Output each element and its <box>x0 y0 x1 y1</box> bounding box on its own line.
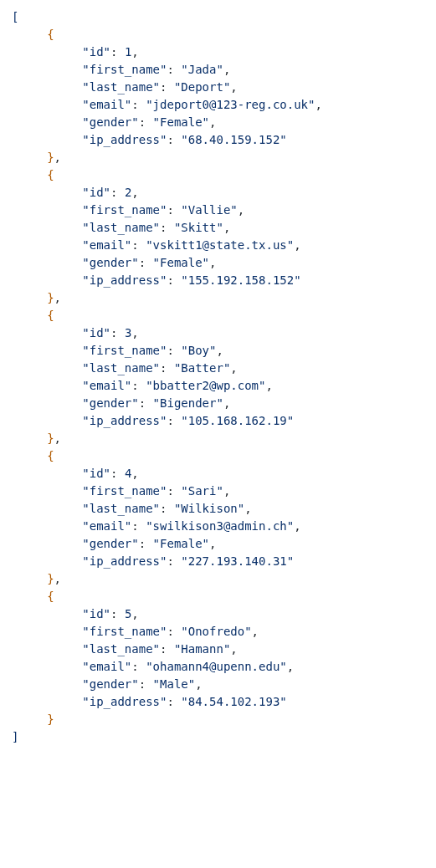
json-key-ip_address: "ip_address" <box>82 273 167 287</box>
json-value: "Boy" <box>181 344 216 357</box>
json-key-email: "email" <box>82 379 131 392</box>
object-close-brace: } <box>47 431 54 445</box>
json-key-id: "id" <box>82 467 110 480</box>
json-value: "Skitt" <box>174 221 223 234</box>
json-value: "ohamann4@upenn.edu" <box>146 660 287 673</box>
object-open-brace: { <box>47 168 54 181</box>
json-value: "Batter" <box>174 361 230 375</box>
object-close-brace: } <box>47 151 54 164</box>
json-key-last_name: "last_name" <box>82 642 160 656</box>
json-value: "Onofredo" <box>181 625 251 638</box>
json-code-block: [ { "id": 1, "first_name": "Jada", "last… <box>12 8 424 746</box>
json-value: "Female" <box>153 256 209 269</box>
json-key-last_name: "last_name" <box>82 502 160 515</box>
json-key-email: "email" <box>82 519 131 533</box>
object-open-brace: { <box>47 449 54 462</box>
json-value: "Female" <box>153 115 209 129</box>
json-value: "227.193.140.31" <box>181 554 294 568</box>
json-key-ip_address: "ip_address" <box>82 414 167 427</box>
json-key-ip_address: "ip_address" <box>82 695 167 708</box>
json-key-id: "id" <box>82 607 110 620</box>
json-key-last_name: "last_name" <box>82 221 160 234</box>
json-key-id: "id" <box>82 186 110 199</box>
json-value: "Jada" <box>181 63 223 76</box>
json-value: "105.168.162.19" <box>181 414 294 427</box>
json-key-gender: "gender" <box>82 396 138 410</box>
json-value: "84.54.102.193" <box>181 695 286 708</box>
json-key-first_name: "first_name" <box>82 63 167 76</box>
json-value: "Male" <box>153 677 196 691</box>
json-key-gender: "gender" <box>82 115 138 129</box>
json-key-email: "email" <box>82 238 131 252</box>
json-key-last_name: "last_name" <box>82 80 160 94</box>
json-value: "Female" <box>153 537 209 550</box>
json-key-ip_address: "ip_address" <box>82 554 167 568</box>
json-key-gender: "gender" <box>82 677 138 691</box>
json-value: "Sari" <box>181 484 223 498</box>
object-close-brace: } <box>47 712 54 726</box>
json-value: "jdeport0@123-reg.co.uk" <box>146 98 315 111</box>
array-close-bracket: ] <box>12 730 18 743</box>
json-key-id: "id" <box>82 326 110 340</box>
object-close-brace: } <box>47 291 54 304</box>
json-value: "Wilkison" <box>174 502 244 515</box>
json-key-gender: "gender" <box>82 256 138 269</box>
json-key-first_name: "first_name" <box>82 203 167 217</box>
json-value: "Bigender" <box>153 396 223 410</box>
json-value: "Vallie" <box>181 203 237 217</box>
array-open-bracket: [ <box>12 10 18 23</box>
json-key-email: "email" <box>82 660 131 673</box>
object-open-brace: { <box>47 28 54 41</box>
json-value: "Hamann" <box>174 642 230 656</box>
json-value: "155.192.158.152" <box>181 273 300 287</box>
json-value: "Deport" <box>174 80 230 94</box>
json-key-email: "email" <box>82 98 131 111</box>
json-key-first_name: "first_name" <box>82 484 167 498</box>
json-key-gender: "gender" <box>82 537 138 550</box>
json-value: "68.40.159.152" <box>181 133 286 146</box>
object-close-brace: } <box>47 572 54 585</box>
json-key-id: "id" <box>82 45 110 59</box>
json-value: "swilkison3@admin.ch" <box>146 519 294 533</box>
json-key-first_name: "first_name" <box>82 344 167 357</box>
json-key-last_name: "last_name" <box>82 361 160 375</box>
json-key-ip_address: "ip_address" <box>82 133 167 146</box>
object-open-brace: { <box>47 590 54 603</box>
json-value: "vskitt1@state.tx.us" <box>146 238 294 252</box>
json-key-first_name: "first_name" <box>82 625 167 638</box>
object-open-brace: { <box>47 309 54 322</box>
json-value: "bbatter2@wp.com" <box>146 379 265 392</box>
